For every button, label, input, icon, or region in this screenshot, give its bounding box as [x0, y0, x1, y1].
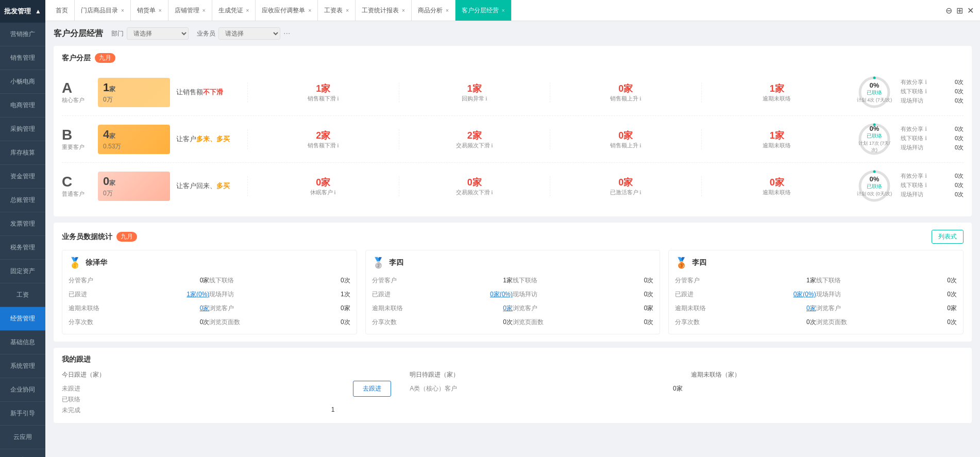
side-stat-info[interactable]: ℹ	[925, 135, 927, 141]
side-stat-info[interactable]: ℹ	[925, 182, 927, 188]
tab-门店商品目录[interactable]: 门店商品目录×	[75, 0, 131, 21]
tab-close-icon[interactable]: ×	[308, 8, 311, 13]
staff-stat-link[interactable]: 0家	[200, 304, 210, 312]
tier-count-block-C[interactable]: 0家0万	[98, 172, 170, 201]
maximize-icon[interactable]: ⊞	[956, 6, 963, 15]
tier-circle-A[interactable]: 0% 已联络 计划 4次 (7天/次)	[856, 74, 892, 110]
sidebar-item-工资[interactable]: 工资	[0, 283, 45, 307]
info-icon[interactable]: ℹ	[639, 143, 641, 148]
tier-count-money: 0万	[103, 189, 165, 198]
tier-stat-已激活客户[interactable]: 0家 已激活客户ℹ	[550, 176, 701, 196]
tab-close-icon[interactable]: ×	[502, 8, 505, 13]
tab-工资统计报表[interactable]: 工资统计报表×	[356, 0, 412, 21]
sidebar-collapse-icon[interactable]: ▲	[35, 8, 41, 15]
tab-应收应付调整单[interactable]: 应收应付调整单×	[256, 0, 318, 21]
side-stat-info[interactable]: ℹ	[925, 79, 927, 85]
side-stat-info[interactable]: ℹ	[925, 88, 927, 94]
sidebar-item-经营管理[interactable]: 经营管理	[0, 307, 45, 331]
info-icon[interactable]: ℹ	[485, 96, 487, 101]
tier-stat-销售额下滑[interactable]: 1家 销售额下滑ℹ	[247, 82, 399, 103]
sidebar-item-固定资产[interactable]: 固定资产	[0, 260, 45, 283]
tab-close-icon[interactable]: ×	[246, 8, 249, 13]
tier-stat-销售额上升[interactable]: 0家 销售额上升ℹ	[550, 129, 701, 149]
info-icon[interactable]: ℹ	[337, 96, 339, 101]
staff-stat-link[interactable]: 0家(0%)	[793, 291, 816, 298]
info-icon[interactable]: ℹ	[491, 143, 493, 148]
tab-close-icon[interactable]: ×	[121, 8, 124, 13]
tab-店铺管理[interactable]: 店铺管理×	[168, 0, 212, 21]
staff-stat-value: 0家	[200, 277, 210, 284]
info-icon[interactable]: ℹ	[639, 190, 641, 195]
tier-stat-交易频次下滑[interactable]: 0家 交易频次下滑ℹ	[399, 176, 550, 196]
minimize-icon[interactable]: ⊖	[945, 6, 952, 15]
tier-stat-销售额上升[interactable]: 0家 销售额上升ℹ	[550, 82, 701, 103]
tier-label-B: B重要客户	[62, 128, 98, 151]
staff-stat-link[interactable]: 0家	[503, 304, 513, 312]
tier-stat-销售额下滑[interactable]: 2家 销售额下滑ℹ	[247, 129, 399, 149]
close-all-icon[interactable]: ✕	[967, 6, 974, 15]
goto-followup-button[interactable]: 去跟进	[353, 381, 391, 397]
staff-stat-link[interactable]: 0家(0%)	[490, 291, 513, 298]
dept-select[interactable]: 请选择	[127, 27, 189, 40]
sidebar-item-发票管理[interactable]: 发票管理	[0, 212, 45, 236]
tab-close-icon[interactable]: ×	[446, 8, 449, 13]
tab-close-icon[interactable]: ×	[346, 8, 349, 13]
staff-medal: 🥇	[69, 257, 81, 269]
tier-circle-sub: 已联络	[857, 183, 892, 190]
info-icon[interactable]: ℹ	[491, 190, 493, 195]
staff-stat-link[interactable]: 0家	[806, 304, 816, 312]
staff-stat-逾期未联络: 逾期未联络0家	[372, 303, 513, 314]
sidebar-item-基础信息[interactable]: 基础信息	[0, 331, 45, 354]
staff-stat-value-wrap: 1家	[503, 276, 513, 285]
tab-close-icon[interactable]: ×	[202, 8, 206, 13]
staff-stat-label: 分管客户	[372, 276, 397, 285]
sidebar-item-库存核算[interactable]: 库存核算	[0, 141, 45, 165]
sidebar-item-资金管理[interactable]: 资金管理	[0, 165, 45, 189]
tab-商品分析[interactable]: 商品分析×	[412, 0, 455, 21]
tier-stat-逾期未联络[interactable]: 0家 逾期未联络	[701, 176, 853, 196]
staff-stat-link[interactable]: 1家(0%)	[187, 291, 209, 298]
sidebar-settings[interactable]: ⚙	[0, 449, 45, 457]
sidebar-item-新手引导[interactable]: 新手引导	[0, 402, 45, 426]
info-icon[interactable]: ℹ	[334, 190, 336, 195]
more-filter-icon[interactable]: ···	[283, 29, 290, 38]
side-stat-info[interactable]: ℹ	[925, 173, 927, 179]
sidebar-item-销售管理[interactable]: 销售管理	[0, 46, 45, 70]
info-icon[interactable]: ℹ	[337, 143, 339, 148]
staff-stat-value-wrap: 1家	[806, 276, 816, 285]
tab-生成凭证[interactable]: 生成凭证×	[212, 0, 256, 21]
sidebar-item-电商管理[interactable]: 电商管理	[0, 94, 45, 117]
tier-stat-休眠客户[interactable]: 0家 休眠客户ℹ	[247, 176, 399, 196]
tier-circle-B[interactable]: 0% 已联络 计划 17次 (7天/次)	[856, 121, 892, 157]
tier-stat-逾期未联络[interactable]: 1家 逾期未联络	[701, 82, 853, 103]
tier-count-block-B[interactable]: 4家0.53万	[98, 125, 170, 154]
sidebar-item-总账管理[interactable]: 总账管理	[0, 189, 45, 212]
tab-工资表[interactable]: 工资表×	[318, 0, 356, 21]
tab-close-icon[interactable]: ×	[159, 8, 162, 13]
list-view-button[interactable]: 列表式	[932, 230, 964, 244]
tab-close-icon[interactable]: ×	[402, 8, 405, 13]
info-icon[interactable]: ℹ	[639, 96, 641, 101]
staff-stat-label: 逾期未联络	[675, 304, 706, 313]
tier-stat-label: 交易频次下滑ℹ	[456, 142, 493, 149]
tier-stat-逾期未联络[interactable]: 1家 逾期未联络	[701, 129, 853, 149]
tier-stat-回购异常[interactable]: 1家 回购异常ℹ	[399, 82, 550, 103]
tab-销货单[interactable]: 销货单×	[131, 0, 168, 21]
sales-select[interactable]: 请选择	[218, 27, 280, 40]
tier-count-block-A[interactable]: 1家0万	[98, 78, 170, 107]
sidebar-item-税务管理[interactable]: 税务管理	[0, 236, 45, 260]
sidebar-item-企业协同[interactable]: 企业协同	[0, 378, 45, 402]
sidebar-item-系统管理[interactable]: 系统管理	[0, 354, 45, 378]
tier-circle-C[interactable]: 0% 已联络 计划 0次 (0天/次)	[856, 168, 892, 204]
tab-首页[interactable]: 首页	[49, 0, 75, 21]
sidebar-item-云应用[interactable]: 云应用	[0, 426, 45, 449]
side-stat-val: 0次	[955, 97, 964, 105]
staff-stat-value-wrap: 0家(0%)	[490, 290, 513, 299]
staff-medal: 🥉	[675, 257, 688, 269]
sidebar-item-小畅电商[interactable]: 小畅电商	[0, 70, 45, 94]
side-stat-info[interactable]: ℹ	[925, 126, 927, 132]
tab-客户分层经营[interactable]: 客户分层经营×	[455, 0, 512, 21]
tier-stat-交易频次下滑[interactable]: 2家 交易频次下滑ℹ	[399, 129, 550, 149]
sidebar-item-营销推广[interactable]: 营销推广	[0, 23, 45, 46]
sidebar-item-采购管理[interactable]: 采购管理	[0, 117, 45, 141]
